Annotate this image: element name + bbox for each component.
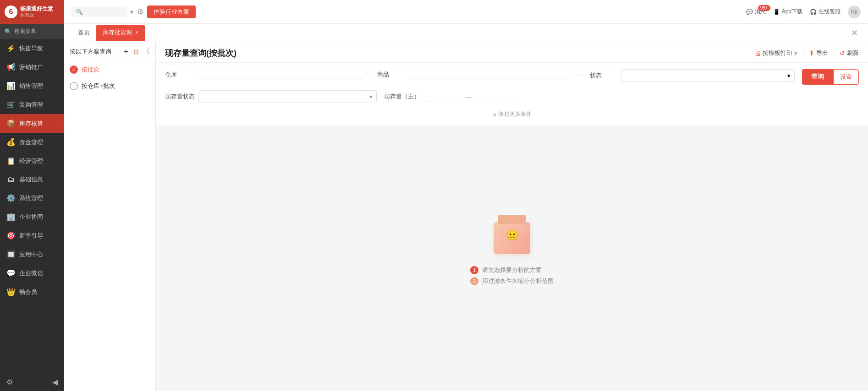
inventory-icon: 📦 <box>6 119 16 128</box>
member-icon: 👑 <box>6 288 16 296</box>
tab-home-label: 首页 <box>78 28 90 37</box>
edition-label: 标准版 <box>20 12 53 18</box>
left-panel: 按以下方案查询 ＋ ⊙ 《 ✓ 按批次 ○ 按仓库+批次 <box>64 42 156 391</box>
topbar-search-icon: 🔍 <box>76 9 83 15</box>
close-all-tabs-btn[interactable]: ✕ <box>848 28 861 38</box>
print-dropdown-icon[interactable]: ▾ <box>794 50 797 57</box>
system-icon: ⚙️ <box>6 194 16 202</box>
hint-number-1: 1 <box>470 266 478 274</box>
online-service-action[interactable]: 🎧 在线客服 <box>810 8 841 16</box>
sidebar-item-member[interactable]: 👑 畅会员 <box>0 282 64 301</box>
messages-action[interactable]: 💬 消息 99+ <box>746 8 766 16</box>
purchase-icon: 🛒 <box>6 100 16 109</box>
topbar-left: 🔍 ▾ ⚙ 体验行业方案 <box>71 5 196 18</box>
status-label: 状态 <box>590 71 617 80</box>
product-label: 商品 <box>377 71 405 79</box>
sidebar-item-system[interactable]: ⚙️ 系统管理 <box>0 189 64 207</box>
sidebar-item-quick-nav[interactable]: ⚡ 快捷导航 <box>0 39 64 58</box>
qty-to-input[interactable] <box>477 91 514 102</box>
tab-close-icon[interactable]: × <box>135 29 138 36</box>
app-title-wrap: 畅康通好生意 标准版 <box>20 5 53 18</box>
schema-batch-icon: ✓ <box>70 65 78 74</box>
sidebar-item-finance[interactable]: 💰 资金管理 <box>0 133 64 152</box>
messages-icon: 💬 <box>746 9 753 15</box>
avatar: Rit <box>848 5 861 18</box>
divider-1 <box>803 49 803 57</box>
warehouse-label: 仓库 <box>165 71 192 79</box>
sidebar-item-app-center[interactable]: 🔲 应用中心 <box>0 245 64 264</box>
tab-inventory-batch[interactable]: 库存批次账 × <box>96 25 145 41</box>
right-main: 现存量查询(按批次) 🖨 按模板打印 ▾ ⬆ 导出 ↺ 刷 <box>156 42 868 391</box>
product-more-icon[interactable]: ··· <box>578 71 582 78</box>
product-input[interactable] <box>408 69 573 80</box>
schema-batch-label: 按批次 <box>82 65 99 74</box>
qty-dash: — <box>464 93 473 100</box>
sidebar-item-inventory[interactable]: 📦 库存核算 <box>0 114 64 133</box>
refresh-icon: ↺ <box>840 49 845 57</box>
collapse-label: 收起更多条件 <box>499 110 532 118</box>
left-panel-header: 按以下方案查询 ＋ ⊙ 《 <box>64 42 155 61</box>
sidebar-search[interactable]: 🔍 搜索菜单 <box>0 24 64 39</box>
topbar-search-box[interactable]: 🔍 <box>71 7 126 17</box>
refresh-btn[interactable]: ↺ 刷新 <box>840 49 859 57</box>
app-download-action[interactable]: 📱 App下载 <box>773 8 802 16</box>
print-icon: 🖨 <box>754 49 761 57</box>
tab-inventory-batch-label: 库存批次账 <box>103 28 132 37</box>
sidebar-item-label: 畅会员 <box>19 288 37 296</box>
topbar-right: 💬 消息 99+ 📱 App下载 🎧 在线客服 Rit <box>746 5 861 18</box>
inventory-qty-label: 现存量（主） <box>384 92 420 101</box>
settings-btn[interactable]: 设置 <box>833 69 859 85</box>
sidebar-item-enterprise[interactable]: 🏢 企业协同 <box>0 207 64 226</box>
schema-item-batch[interactable]: ✓ 按批次 <box>64 61 155 78</box>
collapse-up-icon: ∧ <box>493 111 497 118</box>
trial-btn[interactable]: 体验行业方案 <box>147 5 196 18</box>
sidebar-item-wechat[interactable]: 💬 企业微信 <box>0 264 64 282</box>
left-panel-title: 按以下方案查询 <box>70 48 111 56</box>
collapse-sidebar-icon[interactable]: ◀ <box>52 378 58 386</box>
topbar-dropdown-icon[interactable]: ▾ <box>130 8 133 16</box>
status-select[interactable]: ▾ <box>621 69 795 82</box>
topbar-settings-icon[interactable]: ⚙ <box>137 7 143 16</box>
user-avatar-action[interactable]: Rit <box>848 5 861 18</box>
sidebar-item-label: 新手引导 <box>19 232 43 240</box>
warehouse-input[interactable] <box>196 69 361 80</box>
sidebar-search-label: 搜索菜单 <box>14 27 36 35</box>
divider-2 <box>834 49 834 57</box>
empty-state: 😐 1 请先选择要分析的方案 2 用过滤条件来缩小分析范围 <box>156 125 868 391</box>
wechat-icon: 💬 <box>6 269 16 277</box>
export-btn[interactable]: ⬆ 导出 <box>809 49 828 57</box>
quick-nav-icon: ⚡ <box>6 44 16 53</box>
add-schema-icon[interactable]: ＋ <box>122 47 130 56</box>
sidebar-item-purchase[interactable]: 🛒 采购管理 <box>0 95 64 114</box>
sidebar-item-sales[interactable]: 📊 销售管理 <box>0 76 64 95</box>
qty-from-input[interactable] <box>423 91 460 102</box>
manage-schema-icon[interactable]: ⊙ <box>133 48 139 55</box>
schema-warehouse-batch-label: 按仓库+批次 <box>82 82 115 90</box>
sidebar-item-label: 销售管理 <box>19 82 43 90</box>
empty-box: 😐 <box>494 222 530 254</box>
online-service-label: 在线客服 <box>819 8 841 16</box>
inventory-status-select[interactable]: ▾ <box>198 90 377 103</box>
schema-item-warehouse-batch[interactable]: ○ 按仓库+批次 <box>64 78 155 94</box>
print-btn[interactable]: 🖨 按模板打印 ▾ <box>754 49 797 57</box>
sidebar-item-label: 采购管理 <box>19 101 43 109</box>
query-btn[interactable]: 查询 <box>802 69 833 85</box>
sidebar-item-label: 资金管理 <box>19 138 43 147</box>
tab-home[interactable]: 首页 <box>71 25 96 41</box>
collapse-left-panel-icon[interactable]: 《 <box>143 47 150 56</box>
sidebar-item-label: 库存核算 <box>19 119 43 128</box>
page-header-actions: 🖨 按模板打印 ▾ ⬆ 导出 ↺ 刷新 <box>754 49 859 57</box>
app-download-icon: 📱 <box>773 9 780 15</box>
sidebar: 6 畅康通好生意 标准版 🔍 搜索菜单 ⚡ 快捷导航 📢 营销推广 📊 销售管理… <box>0 0 64 391</box>
sidebar-item-marketing[interactable]: 📢 营销推广 <box>0 58 64 76</box>
sidebar-item-basic-info[interactable]: 🗂 基础信息 <box>0 170 64 189</box>
inv-status-arrow: ▾ <box>369 93 373 100</box>
sidebar-item-operations[interactable]: 📋 经营管理 <box>0 152 64 170</box>
company-name: 畅康通好生意 <box>20 5 53 12</box>
hint-item-1: 1 请先选择要分析的方案 <box>470 266 554 274</box>
warehouse-more-icon[interactable]: ··· <box>365 71 370 78</box>
settings-footer-icon[interactable]: ⚙ <box>6 378 13 386</box>
basic-info-icon: 🗂 <box>6 175 16 184</box>
collapse-more-btn[interactable]: ∧ 收起更多条件 <box>165 108 859 121</box>
sidebar-item-newbie[interactable]: 🎯 新手引导 <box>0 226 64 245</box>
